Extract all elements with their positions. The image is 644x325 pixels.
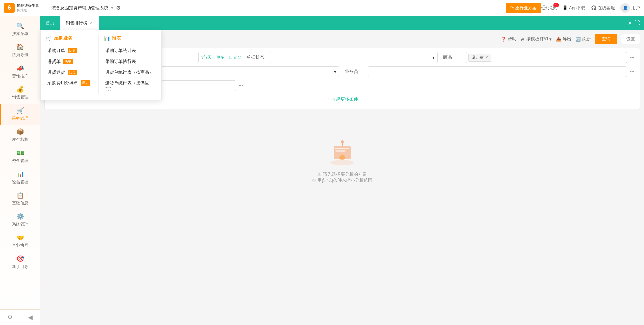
dropdown-item-expense[interactable]: 采购费用分摊单 历史 — [46, 78, 98, 88]
sidebar-label-sales: 销售管理 — [12, 94, 28, 100]
user-btn[interactable]: 👤 用户 — [620, 3, 640, 13]
sidebar-item-system[interactable]: ⚙️ 系统管理 — [0, 209, 40, 231]
export-btn[interactable]: 📤 导出 — [556, 36, 571, 42]
report-col-title-text: 报表 — [112, 35, 121, 41]
app-label: App下载 — [569, 5, 585, 11]
sidebar-item-quick[interactable]: 🏠 快捷导航 — [0, 40, 40, 61]
svg-point-4 — [339, 155, 345, 160]
sidebar-label-purchase: 采购管理 — [12, 116, 28, 121]
sidebar-item-finance[interactable]: 💵 资金管理 — [0, 146, 40, 167]
sys-settings-icon[interactable]: ⚙ — [116, 5, 121, 11]
sidebar-label-system: 系统管理 — [12, 221, 28, 227]
rank-arrow: ▾ — [334, 69, 336, 74]
refresh-icon: 🔄 — [575, 37, 581, 42]
order-stat-label: 采购订单统计表 — [105, 48, 136, 54]
dropdown-item-return[interactable]: 进货退货 历史 — [46, 67, 98, 78]
goods-tag-text: 设计费 — [471, 55, 484, 60]
purchase-col-icon: 🛒 — [46, 36, 52, 41]
message-badge: 5 — [553, 3, 559, 7]
sidebar-label-search: 搜索菜单 — [12, 31, 28, 37]
sidebar-settings-icon[interactable]: ⚙ — [7, 314, 13, 321]
expense-label: 采购费用分摊单 — [47, 80, 78, 86]
home-icon: 🏠 — [16, 43, 24, 51]
date-custom[interactable]: 自定义 — [229, 55, 241, 60]
sidebar-item-search[interactable]: 🔍 搜索菜单 — [0, 19, 40, 40]
headset-icon: 🎧 — [591, 5, 596, 10]
voucher-status-select[interactable]: ▾ — [270, 52, 438, 63]
search-icon: 🔍 — [16, 22, 24, 30]
sidebar-label-finance: 资金管理 — [12, 158, 28, 164]
message-btn[interactable]: 💬 消息 5 — [541, 5, 557, 11]
dropdown-item-receipt-stat-supplier[interactable]: 进货单统计表（按供应商） — [104, 78, 156, 94]
tab-fullscreen-icon[interactable]: ⛶ — [635, 20, 640, 26]
logo-area: 6 畅捷通好生意 标准版 — [4, 3, 44, 13]
salesman-input[interactable] — [368, 66, 627, 77]
dropdown-item-order-exec[interactable]: 采购订单执行表 — [104, 56, 156, 67]
return-label: 进货退货 — [47, 69, 65, 75]
salesman-more-icon[interactable]: ••• — [630, 69, 634, 74]
date-7d[interactable]: 近7天 — [201, 55, 212, 60]
empty-hint-1: ① 请先选择要分析的方案 — [318, 171, 367, 177]
filter-salesman: 业务员 ••• — [345, 66, 634, 77]
dropdown-item-order-stat[interactable]: 采购订单统计表 — [104, 45, 156, 56]
inventory-icon: 📦 — [16, 128, 24, 135]
dropdown-item-receipt[interactable]: 进货单 历史 — [46, 56, 98, 67]
sidebar-label-operation: 经营管理 — [12, 179, 28, 185]
phone-icon: 📱 — [562, 5, 568, 10]
export-icon: 📤 — [556, 37, 561, 42]
filter-goods: 商品 设计费 ✕ ••• — [443, 52, 634, 63]
message-icon: 💬 — [541, 5, 547, 10]
purchase-icon: 🛒 — [16, 107, 24, 114]
sidebar-item-corp[interactable]: 🤝 企业协同 — [0, 231, 40, 252]
corp-icon: 🤝 — [16, 234, 24, 241]
sidebar-item-operation[interactable]: 📊 经营管理 — [0, 167, 40, 188]
sidebar-item-purchase[interactable]: 🛒 采购管理 — [0, 104, 40, 125]
customer-more-icon[interactable]: ••• — [239, 83, 243, 88]
report-col: 📊 报表 采购订单统计表 采购订单执行表 进货单统计表（按商品） 进货单统计表（… — [98, 35, 156, 94]
empty-hint-2: ② 用[过滤]条件来缩小分析范围 — [312, 177, 372, 184]
sidebar-item-sales[interactable]: 💰 销售管理 — [0, 82, 40, 104]
refresh-btn[interactable]: 🔄 刷新 — [575, 36, 591, 42]
settings-btn[interactable]: 设置 — [621, 34, 640, 44]
sidebar-item-guide[interactable]: 🎯 新手引导 — [0, 252, 40, 273]
sidebar-item-inventory[interactable]: 📦 库存核算 — [0, 125, 40, 146]
print-btn[interactable]: 🖨 按模板打印 ▾ — [521, 36, 552, 42]
receipt-stat-goods-label: 进货单统计表（按商品） — [105, 69, 153, 75]
goods-more-icon[interactable]: ••• — [630, 55, 634, 60]
dropdown-item-purchase-order[interactable]: 采购订单 历史 — [46, 45, 98, 56]
date-more[interactable]: 更多 — [216, 55, 224, 60]
tab-home[interactable]: 首页 — [40, 16, 60, 30]
help-btn[interactable]: ❓ 帮助 — [501, 36, 516, 42]
topbar: 6 畅捷通好生意 标准版 装备及固定资产辅助管理系统 ▾ ⚙ 体验行业方案 💬 … — [0, 0, 644, 16]
sidebar-label-marketing: 营销推广 — [12, 73, 28, 79]
logo-icon: 6 — [4, 3, 15, 13]
goods-label: 商品 — [443, 54, 463, 60]
query-btn[interactable]: 查询 — [595, 34, 617, 44]
purchase-dropdown-menu: 🛒 采购业务 采购订单 历史 进货单 历史 进货退货 历史 采购费用分摊单 历史… — [40, 30, 162, 100]
svg-rect-3 — [335, 150, 346, 152]
online-service-btn[interactable]: 🎧 在线客服 — [591, 5, 615, 11]
sys-dropdown-icon[interactable]: ▾ — [111, 5, 113, 10]
report-col-icon: 📊 — [104, 36, 110, 41]
empty-hint-2-text: 用[过滤]条件来缩小分析范围 — [317, 177, 372, 184]
tab-close-icon[interactable]: ✕ — [90, 21, 93, 25]
purchase-col-title: 🛒 采购业务 — [46, 35, 98, 41]
sys-title-area: 装备及固定资产辅助管理系统 ▾ ⚙ — [47, 5, 506, 11]
online-label: 在线客服 — [598, 5, 615, 11]
goods-tag-close-icon[interactable]: ✕ — [485, 55, 488, 60]
refresh-label: 刷新 — [582, 36, 591, 42]
sidebar-label-quick: 快捷导航 — [12, 52, 28, 58]
receipt-stat-supplier-label: 进货单统计表（按供应商） — [105, 80, 155, 92]
tab-close-all-icon[interactable]: ✕ — [628, 20, 632, 26]
logo-sub: 标准版 — [17, 8, 39, 13]
export-label: 导出 — [563, 36, 571, 42]
tab-sales-rank[interactable]: 销售排行榜 ✕ — [60, 16, 99, 30]
sidebar-item-basic[interactable]: 📋 基础信息 — [0, 188, 40, 209]
print-dropdown-icon: ▾ — [549, 37, 552, 42]
print-label: 按模板打印 — [526, 36, 548, 42]
industry-btn[interactable]: 体验行业方案 — [506, 3, 541, 13]
app-download-btn[interactable]: 📱 App下载 — [562, 5, 585, 11]
sidebar-item-marketing[interactable]: 📣 营销推广 — [0, 61, 40, 82]
dropdown-item-receipt-stat-goods[interactable]: 进货单统计表（按商品） — [104, 67, 156, 78]
sidebar-collapse-icon[interactable]: ◀ — [28, 314, 33, 321]
